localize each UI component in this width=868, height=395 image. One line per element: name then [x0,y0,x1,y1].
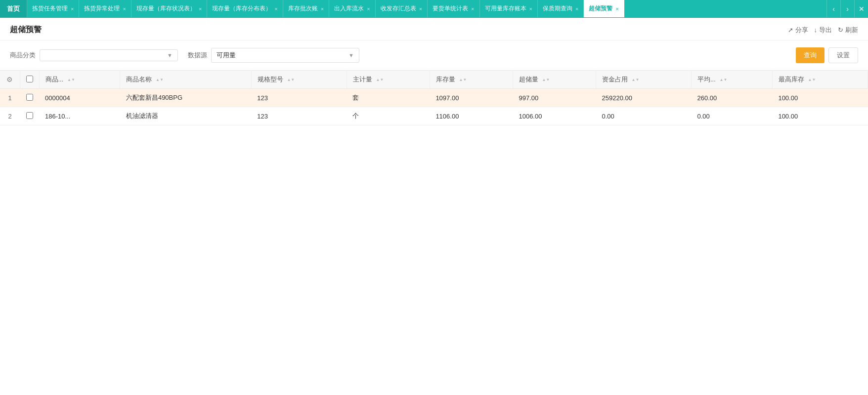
category-chevron-icon: ▼ [167,52,173,58]
nav-tab-stock-dist[interactable]: 现存量（库存分布表）× [207,0,283,17]
th-overstock[interactable]: 超储量 ▲▼ [513,71,596,89]
th-capital[interactable]: 资金占用 ▲▼ [596,71,691,89]
header-actions: ➚ 分享 ↓ 导出 ↻ 刷新 [788,26,859,35]
share-button[interactable]: ➚ 分享 [788,26,808,35]
page-header: 超储预警 ➚ 分享 ↓ 导出 ↻ 刷新 [0,18,868,40]
th-checkbox[interactable] [20,71,39,89]
gear-icon[interactable]: ⚙ [6,76,13,83]
td-max-stock-1: 100.00 [772,107,868,125]
td-checkbox-1[interactable] [20,107,39,125]
nav-tab-avail-stock[interactable]: 可用量库存账本× [480,0,538,17]
th-capital-label: 资金占用 [602,76,628,83]
nav-home[interactable]: 首页 [0,0,27,17]
share-icon: ➚ [788,26,793,34]
row-checkbox-0[interactable] [26,94,33,101]
export-button[interactable]: ↓ 导出 [814,26,832,35]
query-button[interactable]: 查询 [796,47,825,63]
td-avg-0: 260.00 [692,89,773,107]
select-all-checkbox[interactable] [26,76,33,82]
refresh-icon: ↻ [838,26,843,34]
nav-arrow-right[interactable]: › [840,0,854,18]
td-stock-1: 1106.00 [430,107,513,125]
datasource-filter-group: 数据源 可用量 ▼ [188,48,359,63]
datasource-select[interactable]: 可用量 ▼ [211,48,359,63]
td-capital-0: 259220.00 [596,89,691,107]
nav-tab-overstock[interactable]: 超储预警× [584,0,624,17]
th-stock[interactable]: 库存量 ▲▼ [430,71,513,89]
table-row: 1 0000004 六配套新昌490BPG 123 套 1097.00 997.… [0,89,868,107]
sort-icon-avg: ▲▼ [719,78,727,82]
filter-actions: 查询 设置 [796,47,858,63]
nav-tab-close-avail-stock[interactable]: × [529,6,532,12]
nav-tab-shelf-life[interactable]: 保质期查询× [538,0,584,17]
row-checkbox-1[interactable] [26,112,33,119]
td-overstock-1: 1006.00 [513,107,596,125]
settings-button[interactable]: 设置 [828,47,858,63]
td-product-name-1: 机油滤清器 [120,107,251,125]
th-avg-label: 平均... [697,76,716,83]
table-row: 2 186-10... 机油滤清器 123 个 1106.00 1006.00 … [0,107,868,125]
page-content: 超储预警 ➚ 分享 ↓ 导出 ↻ 刷新 商品分类 ▼ 数据源 [0,18,868,395]
export-icon: ↓ [814,26,818,34]
th-product-name[interactable]: 商品名称 ▲▼ [120,71,251,89]
sort-icon-product-name: ▲▼ [156,78,164,82]
category-label: 商品分类 [10,51,36,60]
nav-tab-task-mgmt[interactable]: 拣货任务管理× [27,0,79,17]
nav-tab-close-abnormal[interactable]: × [123,6,126,12]
th-unit-label: 主计量 [353,76,372,83]
nav-tab-batch[interactable]: 库存批次账× [283,0,329,17]
nav-arrow-close[interactable]: ✕ [854,0,868,18]
datasource-label: 数据源 [188,51,207,60]
sort-icon-product-code: ▲▼ [67,78,75,82]
td-product-code-1: 186-10... [39,107,120,125]
nav-bar: 首页 拣货任务管理×拣货异常处理×现存量（库存状况表）×现存量（库存分布表）×库… [0,0,868,18]
nav-tab-recv-send[interactable]: 收发存汇总表× [376,0,428,17]
nav-tab-close-task-mgmt[interactable]: × [71,6,74,12]
main-table: ⚙ 商品... ▲▼ 商品名称 ▲▼ 规格型号 ▲▼ [0,70,868,125]
th-spec[interactable]: 规格型号 ▲▼ [251,71,347,89]
nav-tab-close-stock-dist[interactable]: × [274,6,277,12]
td-spec-0: 123 [251,89,347,107]
td-product-name-0: 六配套新昌490BPG [120,89,251,107]
nav-tab-close-inout[interactable]: × [367,6,370,12]
th-product-code[interactable]: 商品... ▲▼ [39,71,120,89]
export-label: 导出 [819,26,832,35]
nav-tab-abnormal[interactable]: 拣货异常处理× [79,0,131,17]
td-checkbox-0[interactable] [20,89,39,107]
page-title: 超储预警 [10,25,42,35]
nav-tab-close-batch[interactable]: × [321,6,324,12]
nav-arrow-left[interactable]: ‹ [826,0,840,18]
th-max-stock[interactable]: 最高库存 ▲▼ [772,71,868,89]
table-header-row: ⚙ 商品... ▲▼ 商品名称 ▲▼ 规格型号 ▲▼ [0,71,868,89]
th-spec-label: 规格型号 [258,76,283,83]
nav-arrows: ‹ › ✕ [826,0,868,18]
th-product-code-label: 商品... [45,76,64,83]
datasource-select-value: 可用量 [217,51,236,60]
nav-tab-order-stat[interactable]: 要货单统计表× [428,0,479,17]
refresh-button[interactable]: ↻ 刷新 [838,26,858,35]
nav-tab-close-stock-status[interactable]: × [199,6,202,12]
td-unit-0: 套 [347,89,430,107]
td-overstock-0: 997.00 [513,89,596,107]
nav-tab-close-overstock[interactable]: × [615,6,618,12]
sort-icon-unit: ▲▼ [376,78,384,82]
nav-tab-stock-status[interactable]: 现存量（库存状况表）× [131,0,207,17]
nav-tab-inout[interactable]: 出入库流水× [329,0,375,17]
share-label: 分享 [795,26,808,35]
th-stock-label: 库存量 [436,76,455,83]
sort-icon-stock: ▲▼ [459,78,467,82]
sort-icon-spec: ▲▼ [287,78,295,82]
td-stock-0: 1097.00 [430,89,513,107]
datasource-chevron-icon: ▼ [348,52,354,58]
sort-icon-overstock: ▲▼ [542,78,550,82]
th-gear[interactable]: ⚙ [0,71,20,89]
sort-icon-capital: ▲▼ [632,78,640,82]
nav-tab-close-shelf-life[interactable]: × [575,6,578,12]
td-max-stock-0: 100.00 [772,89,868,107]
th-unit[interactable]: 主计量 ▲▼ [347,71,430,89]
nav-tab-close-order-stat[interactable]: × [471,6,474,12]
td-unit-1: 个 [347,107,430,125]
category-select[interactable]: ▼ [40,49,178,61]
nav-tab-close-recv-send[interactable]: × [419,6,422,12]
th-avg[interactable]: 平均... ▲▼ [692,71,773,89]
